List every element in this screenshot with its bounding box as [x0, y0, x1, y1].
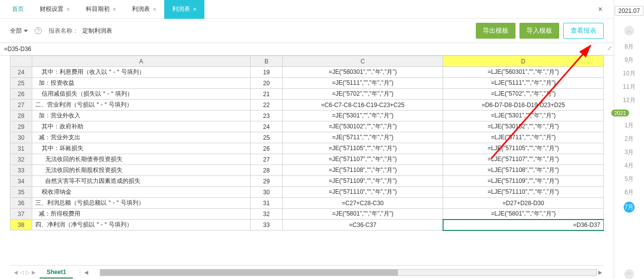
nav-next-icon[interactable]: ▷ — [26, 270, 30, 275]
cell-c[interactable]: =JE("571110","","年","月") — [282, 187, 443, 198]
cell-c[interactable]: =JE("5801","","年","月") — [282, 209, 443, 220]
cell-c[interactable]: =JE("560301","","年","月") — [282, 67, 443, 78]
row-number[interactable]: 26 — [10, 89, 32, 100]
cell-d[interactable]: =D36-D37 — [443, 220, 604, 230]
row-number[interactable]: 30 — [10, 132, 32, 143]
cell-c[interactable]: =JE("5702","","年","月") — [282, 89, 443, 100]
cell-d[interactable]: =LJE("571108","","年","月") — [443, 165, 604, 176]
month-item[interactable]: 4月 — [625, 162, 634, 170]
cell-b[interactable]: 29 — [251, 176, 283, 187]
cell-a[interactable]: 四、净利润（净亏损以＂-＂号填列） — [32, 220, 251, 230]
nav-first-icon[interactable]: ◀ — [14, 270, 18, 275]
month-item[interactable]: 11月 — [623, 83, 635, 91]
cell-b[interactable]: 33 — [251, 220, 283, 230]
tab-profit-2[interactable]: 利润表× — [164, 0, 204, 19]
row-number[interactable]: 28 — [10, 111, 32, 121]
cell-c[interactable]: =JE("571109","","年","月") — [282, 176, 443, 187]
row-number[interactable]: 25 — [10, 78, 32, 89]
scroll-right-icon[interactable]: ▶ — [597, 270, 604, 275]
row-number[interactable]: 29 — [10, 121, 32, 132]
cell-a[interactable]: 三、利润总额（亏损总额以＂-＂号填列） — [32, 198, 251, 209]
cell-b[interactable]: 26 — [251, 143, 283, 154]
close-icon[interactable]: × — [66, 6, 70, 13]
sheet-tab[interactable]: Sheet1 — [40, 267, 73, 279]
close-icon[interactable]: × — [153, 6, 156, 13]
cell-c[interactable]: =JE("5111","","年","月") — [282, 78, 443, 89]
horizontal-scrollbar[interactable] — [100, 269, 597, 276]
row-number[interactable]: 34 — [10, 176, 32, 187]
month-item[interactable]: 7月 — [624, 202, 635, 213]
cell-a[interactable]: 二、营业利润（亏损以＂-＂号填列） — [32, 100, 251, 111]
cell-b[interactable]: 23 — [251, 111, 283, 121]
cell-d[interactable]: =LJE("5301","","年","月") — [443, 111, 604, 121]
expand-icon[interactable]: ⤢ — [607, 45, 612, 52]
cell-a[interactable]: 加：投资收益 — [32, 78, 251, 89]
cell-d[interactable]: =LJE("571107","","年","月") — [443, 154, 604, 165]
cell-a[interactable]: 其中：利息费用（收入以＂-＂号填列） — [32, 67, 251, 78]
view-report-button[interactable]: 查看报表 — [563, 23, 604, 39]
cell-d[interactable]: =LJE("571110","","年","月") — [443, 187, 604, 198]
col-header-d[interactable]: D — [443, 56, 604, 67]
row-number[interactable]: 31 — [10, 143, 32, 154]
cell-a[interactable]: 减：所得税费用 — [32, 209, 251, 220]
close-icon[interactable]: × — [193, 6, 196, 13]
nav-prev-icon[interactable]: ◁ — [20, 270, 24, 275]
cell-b[interactable]: 19 — [251, 67, 283, 78]
cell-b[interactable]: 31 — [251, 198, 283, 209]
cell-d[interactable]: =LJE("5711","","年","月") — [443, 132, 604, 143]
col-header-b[interactable]: B — [251, 56, 283, 67]
cell-a[interactable]: 减：营业外支出 — [32, 132, 251, 143]
row-number[interactable]: 35 — [10, 187, 32, 198]
cell-b[interactable]: 24 — [251, 121, 283, 132]
cell-b[interactable]: 28 — [251, 165, 283, 176]
cell-c[interactable]: =C27+C28-C30 — [282, 198, 443, 209]
corner-cell[interactable] — [10, 56, 32, 67]
cell-d[interactable]: =LJE("571109","","年","月") — [443, 176, 604, 187]
scroll-up-icon[interactable]: ︿ — [624, 26, 634, 36]
cell-c[interactable]: =JE("571107","","年","月") — [282, 154, 443, 165]
nav-last-icon[interactable]: ▶ — [32, 270, 36, 275]
export-template-button[interactable]: 导出模板 — [476, 23, 515, 39]
cell-d[interactable]: =LJE("530102","","年","月") — [443, 121, 604, 132]
cell-a[interactable]: 其中：政府补助 — [32, 121, 251, 132]
tab-home[interactable]: 首页 — [4, 0, 32, 19]
cell-b[interactable]: 20 — [251, 78, 283, 89]
row-number[interactable]: 36 — [10, 198, 32, 209]
month-item[interactable]: 5月 — [625, 175, 634, 183]
row-number[interactable]: 27 — [10, 100, 32, 111]
cell-b[interactable]: 27 — [251, 154, 283, 165]
scroll-left-icon[interactable]: ◀ — [83, 270, 90, 275]
cell-c[interactable]: =C6-C7-C8-C16-C19-C23+C25 — [282, 100, 443, 111]
close-all-icon[interactable]: × — [591, 0, 610, 19]
cell-a[interactable]: 无法收回的长期债券投资损失 — [32, 154, 251, 165]
cell-b[interactable]: 21 — [251, 89, 283, 100]
scope-dropdown[interactable]: 全部 — [10, 27, 28, 35]
cell-d[interactable]: =LJE("5702","","年","月") — [443, 89, 604, 100]
cell-c[interactable]: =C36-C37 — [282, 220, 443, 230]
period-display[interactable]: 2021.07 — [615, 6, 643, 16]
month-item[interactable]: 2月 — [625, 135, 634, 143]
tab-profit-1[interactable]: 利润表× — [124, 0, 164, 19]
cell-c[interactable]: =JE("5301","","年","月") — [282, 111, 443, 121]
month-item[interactable]: 8月 — [625, 43, 634, 51]
row-number[interactable]: 38 — [10, 220, 32, 230]
import-template-button[interactable]: 导入模板 — [519, 23, 559, 39]
tab-finance-settings[interactable]: 财税设置× — [32, 0, 78, 19]
cell-d[interactable]: =LJE("5111","","年","月") — [443, 78, 604, 89]
cell-a[interactable]: 自然灾害等不可抗力因素造成的损失 — [32, 176, 251, 187]
month-item[interactable]: 10月 — [623, 69, 635, 78]
cell-b[interactable]: 25 — [251, 132, 283, 143]
month-item[interactable]: 12月 — [623, 96, 635, 105]
row-number[interactable]: 24 — [10, 67, 32, 78]
spreadsheet[interactable]: A B C D 24 其中：利息费用（收入以＂-＂号填列）19=JE("5603… — [10, 56, 604, 265]
cell-a[interactable]: 加：营业外收入 — [32, 111, 251, 121]
row-number[interactable]: 37 — [10, 209, 32, 220]
help-icon[interactable]: ? — [35, 27, 42, 34]
cell-d[interactable]: =LJE("571105","","年","月") — [443, 143, 604, 154]
cell-d[interactable]: =D6-D7-D8-D16-D19-D23+D25 — [443, 100, 604, 111]
row-number[interactable]: 33 — [10, 165, 32, 176]
month-item[interactable]: 6月 — [625, 188, 634, 197]
month-item[interactable]: 9月 — [625, 56, 634, 64]
scroll-down-icon[interactable]: ﹀ — [624, 269, 634, 279]
cell-d[interactable]: =LJE("5801","","年","月") — [443, 209, 604, 220]
